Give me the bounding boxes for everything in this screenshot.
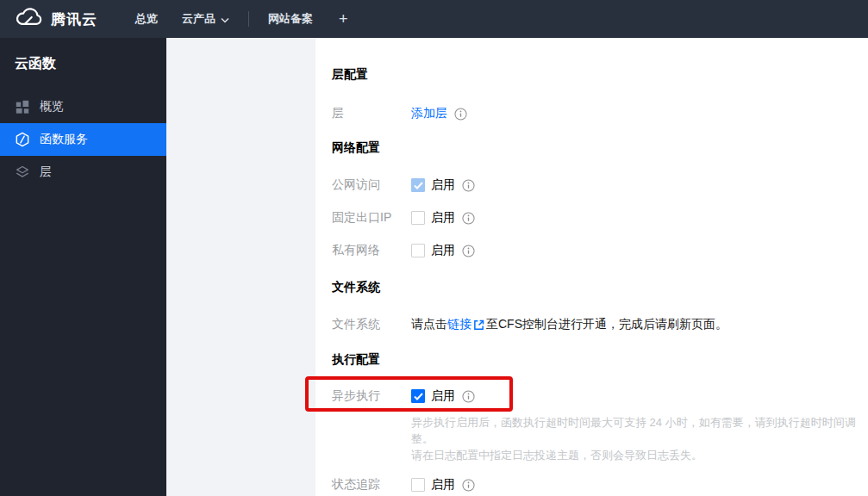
filesystem-text-after: 至CFS控制台进行开通，完成后请刷新页面。: [486, 317, 727, 332]
fixed-outbound-ip-label: 固定出口IP: [332, 210, 411, 226]
fixed-outbound-ip-row: 固定出口IP 启用: [332, 208, 868, 227]
filesystem-text-before: 请点击: [411, 317, 447, 332]
nav-item-cloud-products[interactable]: 云产品: [170, 0, 241, 38]
nav-item-overview[interactable]: 总览: [123, 0, 170, 38]
private-network-checkbox[interactable]: [411, 244, 425, 257]
filesystem-row: 文件系统 请点击 链接 至CFS控制台进行开通，完成后请刷新页面。: [332, 315, 868, 334]
nav-cloud-products-label: 云产品: [182, 11, 215, 27]
chevron-down-icon: [221, 13, 229, 26]
async-execution-label: 异步执行: [332, 388, 411, 404]
public-network-checkbox: [411, 178, 425, 192]
sidebar-item-overview[interactable]: 概览: [0, 90, 166, 123]
filesystem-label: 文件系统: [332, 317, 411, 332]
info-icon[interactable]: [454, 108, 467, 121]
enable-label: 启用: [431, 210, 455, 226]
status-tracking-row: 状态追踪 启用: [332, 475, 868, 494]
sidebar-item-label: 概览: [40, 99, 64, 115]
nav-item-icp-filing[interactable]: 网站备案: [256, 0, 325, 38]
public-network-row: 公网访问 启用: [332, 176, 868, 195]
section-heading-execution-config: 执行配置: [332, 353, 868, 365]
async-execution-note: 异步执行启用后，函数执行超时时间最大可支持 24 小时，如有需要，请到执行超时时…: [411, 414, 856, 463]
enable-label: 启用: [431, 388, 455, 404]
section-heading-filesystem: 文件系统: [332, 281, 868, 293]
tencent-cloud-logo[interactable]: 腾讯云: [0, 7, 97, 32]
info-icon[interactable]: [462, 212, 475, 225]
secondary-panel-background: [166, 38, 315, 496]
logo-text: 腾讯云: [51, 9, 97, 29]
fixed-outbound-ip-checkbox[interactable]: [411, 211, 425, 225]
async-note-line1: 异步执行启用后，函数执行超时时间最大可支持 24 小时，如有需要，请到执行超时时…: [411, 414, 856, 447]
grid-icon: [15, 99, 30, 115]
function-config-panel: 层配置 层 添加层 网络配置 公网访问 启用 固定出口IP 启用: [315, 38, 868, 496]
info-icon[interactable]: [462, 479, 475, 492]
enable-label: 启用: [431, 243, 455, 258]
layer-row: 层 添加层: [332, 104, 868, 123]
external-link-icon[interactable]: [473, 319, 484, 331]
sidebar-item-label: 函数服务: [40, 132, 88, 147]
async-execution-checkbox[interactable]: [411, 389, 425, 403]
navbar-menu: 总览 云产品 网站备案 +: [123, 0, 362, 38]
top-navbar: 腾讯云 总览 云产品 网站备案 +: [0, 0, 868, 38]
add-layer-link[interactable]: 添加层: [411, 106, 447, 121]
sidebar-item-label: 层: [40, 164, 52, 180]
sidebar-item-layers[interactable]: 层: [0, 156, 166, 189]
status-tracking-checkbox[interactable]: [411, 478, 425, 492]
enable-label: 启用: [431, 477, 455, 493]
private-network-label: 私有网络: [332, 243, 411, 258]
nav-overview-label: 总览: [135, 11, 158, 27]
section-heading-network-config: 网络配置: [332, 141, 868, 153]
nav-add-tab-button[interactable]: +: [325, 0, 362, 38]
section-heading-layer-config: 层配置: [332, 68, 868, 80]
cloud-logo-icon: [15, 7, 43, 32]
nav-icp-filing-label: 网站备案: [268, 11, 313, 27]
enable-label: 启用: [431, 177, 455, 193]
info-icon[interactable]: [462, 179, 475, 192]
async-note-row: 异步执行启用后，函数执行超时时间最大可支持 24 小时，如有需要，请到执行超时时…: [332, 414, 868, 463]
hexagon-function-icon: [15, 132, 30, 147]
async-note-line2: 请在日志配置中指定日志投递主题，否则会导致日志丢失。: [411, 447, 856, 463]
sidebar-title: 云函数: [0, 38, 166, 73]
layers-icon: [15, 164, 30, 180]
layer-label: 层: [332, 106, 411, 121]
public-network-label: 公网访问: [332, 177, 411, 193]
sidebar-item-function-service[interactable]: 函数服务: [0, 123, 166, 156]
async-execution-row: 异步执行 启用: [332, 387, 868, 406]
sidebar-menu: 概览 函数服务 层: [0, 90, 166, 189]
private-network-row: 私有网络 启用: [332, 241, 868, 260]
left-sidebar: 云函数 概览 函数服务: [0, 38, 166, 496]
info-icon[interactable]: [462, 245, 475, 257]
info-icon[interactable]: [462, 390, 475, 403]
cfs-console-link[interactable]: 链接: [447, 317, 471, 332]
status-tracking-label: 状态追踪: [332, 477, 411, 493]
navbar-divider: [248, 11, 249, 27]
